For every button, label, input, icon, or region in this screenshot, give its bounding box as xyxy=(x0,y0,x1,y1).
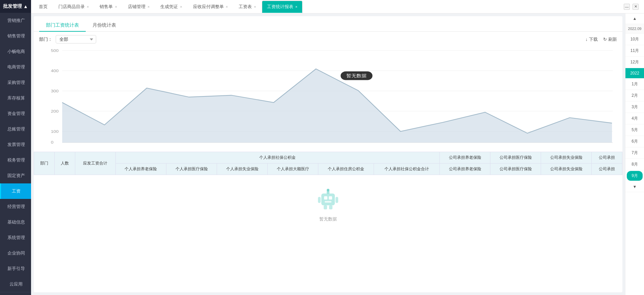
tab-门店商品目录[interactable]: 门店商品目录× xyxy=(53,1,94,13)
date-item-4月[interactable]: 4月 xyxy=(625,113,644,124)
sidebar-item-发票管理[interactable]: 发票管理 xyxy=(0,137,31,152)
sidebar-item-工资[interactable]: 工资 xyxy=(0,183,31,199)
sidebar-item-固定资产[interactable]: 固定资产 xyxy=(0,168,31,183)
sidebar-item-采购管理[interactable]: 采购管理 xyxy=(0,75,31,90)
tab-销售单[interactable]: 销售单× xyxy=(95,1,122,13)
tab-工资表[interactable]: 工资表× xyxy=(234,1,261,13)
svg-text:200: 200 xyxy=(51,109,59,114)
sidebar-item-系统管理[interactable]: 系统管理 xyxy=(0,230,31,245)
date-item-2022.09[interactable]: 2022.09 xyxy=(625,24,644,34)
col-company-other: 公司承担 xyxy=(592,152,622,164)
tab-label: 首页 xyxy=(39,4,48,10)
date-item-11月[interactable]: 11月 xyxy=(625,45,644,57)
col-c-unemployment: 公司承担失业保险 xyxy=(541,164,592,175)
col-company-medical: 公司承担医疗保险 xyxy=(490,152,541,164)
col-dept: 部门 xyxy=(34,152,55,175)
sidebar-item-营销推广[interactable]: 营销推广 xyxy=(0,13,31,28)
tab-close-icon[interactable]: × xyxy=(295,5,297,9)
svg-rect-15 xyxy=(321,194,335,205)
date-item-2月[interactable]: 2月 xyxy=(625,90,644,101)
col-c-medical: 公司承担医疗保险 xyxy=(490,164,541,175)
date-item-12月[interactable]: 12月 xyxy=(625,57,644,68)
svg-rect-17 xyxy=(329,196,332,200)
tab-close-icon[interactable]: × xyxy=(147,5,150,9)
sidebar-item-总账管理[interactable]: 总账管理 xyxy=(0,121,31,137)
svg-rect-23 xyxy=(324,205,327,209)
sidebar-item-税务管理[interactable]: 税务管理 xyxy=(0,152,31,168)
col-total-salary: 应发工资合计 xyxy=(75,152,115,175)
toolbar: 部门： 全部销售部财务部采购部运营部 ↓ 下载 ↻ 刷新 xyxy=(34,32,622,47)
sidebar-item-资金管理[interactable]: 资金管理 xyxy=(0,106,31,121)
col-company-pension: 公司承担养老保险 xyxy=(440,152,490,164)
content-area: 部门工资统计表月份统计表 部门： 全部销售部财务部采购部运营部 ↓ 下载 ↻ 刷… xyxy=(31,13,644,295)
date-scroll-down[interactable]: ▼ xyxy=(625,182,644,192)
settings-button[interactable]: ⚙ xyxy=(0,292,31,295)
toolbar-right: ↓ 下载 ↻ 刷新 xyxy=(586,36,617,42)
tab-close-icon[interactable]: × xyxy=(115,5,117,9)
refresh-button[interactable]: ↻ 刷新 xyxy=(603,36,617,42)
tab-close-icon[interactable]: × xyxy=(87,5,89,9)
close-button[interactable]: ✕ xyxy=(633,4,639,10)
chart-container: 500 400 300 200 100 0 xyxy=(34,47,622,149)
sidebar-item-库存核算[interactable]: 库存核算 xyxy=(0,90,31,106)
tabs-container: 首页门店商品目录×销售单×店铺管理×生成凭证×应收应付调整单×工资表×工资统计报… xyxy=(34,1,302,13)
col-p-major-medical: 个人承担大额医疗 xyxy=(268,164,318,175)
svg-text:100: 100 xyxy=(51,129,59,134)
date-scroll-up[interactable]: ▲ xyxy=(625,13,644,24)
sidebar-item-云应用[interactable]: 云应用 xyxy=(0,276,31,292)
col-p-pension: 个人承担养老保险 xyxy=(115,164,166,175)
svg-text:500: 500 xyxy=(51,48,59,53)
date-item-1月[interactable]: 1月 xyxy=(625,79,644,90)
sidebar-brand[interactable]: 批发管理 ▲ xyxy=(0,0,31,13)
tab-label: 生成凭证 xyxy=(160,4,178,10)
sidebar-item-小畅电商[interactable]: 小畅电商 xyxy=(0,44,31,59)
refresh-icon: ↻ xyxy=(603,37,607,42)
sidebar-item-基础信息[interactable]: 基础信息 xyxy=(0,214,31,230)
download-icon: ↓ xyxy=(586,37,588,42)
sidebar-item-经营管理[interactable]: 经营管理 xyxy=(0,199,31,214)
tab-close-icon[interactable]: × xyxy=(180,5,182,9)
tab-首页[interactable]: 首页 xyxy=(34,1,53,13)
col-p-unemployment: 个人承担失业保险 xyxy=(217,164,268,175)
col-p-social-total: 个人承担社保公积金合计 xyxy=(374,164,440,175)
table-wrapper: 部门 人数 应发工资合计 个人承担社保公积金 公司承担养老保险 公司承担医疗保险… xyxy=(34,152,622,290)
tab-label: 销售单 xyxy=(100,4,113,10)
tab-close-icon[interactable]: × xyxy=(254,5,256,9)
dept-select[interactable]: 全部销售部财务部采购部运营部 xyxy=(56,35,96,43)
download-button[interactable]: ↓ 下载 xyxy=(586,36,598,42)
svg-rect-24 xyxy=(329,205,332,209)
sub-tab-月份统计表[interactable]: 月份统计表 xyxy=(86,20,123,32)
sidebar-brand-label: 批发管理 xyxy=(3,3,22,9)
date-item-5月[interactable]: 5月 xyxy=(625,124,644,136)
empty-robot-icon xyxy=(315,185,342,212)
svg-text:暂无数据: 暂无数据 xyxy=(346,73,367,78)
tab-应收应付调整单[interactable]: 应收应付调整单× xyxy=(188,1,233,13)
date-item-10月[interactable]: 10月 xyxy=(625,34,644,45)
tab-label: 工资统计报表 xyxy=(267,4,293,10)
date-item-3月[interactable]: 3月 xyxy=(625,101,644,113)
col-headcount: 人数 xyxy=(54,152,75,175)
sub-tab-部门工资统计表[interactable]: 部门工资统计表 xyxy=(39,20,86,32)
date-item-8月[interactable]: 8月 xyxy=(625,159,644,170)
page-container: 部门工资统计表月份统计表 部门： 全部销售部财务部采购部运营部 ↓ 下载 ↻ 刷… xyxy=(34,16,622,292)
tab-close-icon[interactable]: × xyxy=(226,5,228,9)
date-item-7月[interactable]: 7月 xyxy=(625,147,644,159)
svg-text:0: 0 xyxy=(51,140,54,145)
svg-point-20 xyxy=(327,189,329,191)
date-item-6月[interactable]: 6月 xyxy=(625,136,644,147)
empty-state: 暂无数据 xyxy=(34,175,622,232)
tab-label: 工资表 xyxy=(239,4,252,10)
date-item-9月[interactable]: 9月 xyxy=(627,171,643,181)
tab-工资统计报表[interactable]: 工资统计报表× xyxy=(262,1,302,13)
tab-生成凭证[interactable]: 生成凭证× xyxy=(155,1,187,13)
area-chart: 500 400 300 200 100 0 xyxy=(39,47,617,148)
sidebar-item-电商管理[interactable]: 电商管理 xyxy=(0,59,31,75)
minimize-button[interactable]: — xyxy=(624,4,630,10)
date-item-2022[interactable]: 2022 xyxy=(625,68,644,79)
sidebar-item-企业协同[interactable]: 企业协同 xyxy=(0,245,31,261)
col-personal-social: 个人承担社保公积金 xyxy=(115,152,439,164)
sidebar-expand-icon: ▲ xyxy=(23,4,28,9)
tab-店铺管理[interactable]: 店铺管理× xyxy=(123,1,155,13)
sidebar-item-新手引导[interactable]: 新手引导 xyxy=(0,261,31,276)
sidebar-item-销售管理[interactable]: 销售管理 xyxy=(0,28,31,44)
